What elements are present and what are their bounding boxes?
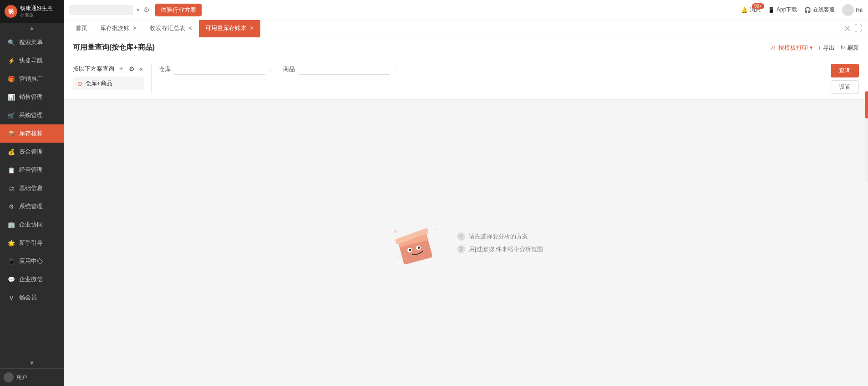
app-download-label: App下载 xyxy=(777,6,797,14)
export-button[interactable]: ↑ 导出 xyxy=(818,44,835,52)
cart-icon: 🛒 xyxy=(7,111,15,119)
user-avatar-small xyxy=(4,372,14,382)
settings-button[interactable]: 设置 xyxy=(831,80,859,94)
print-template-button[interactable]: 🖨 按模板打印 ▾ xyxy=(771,44,813,52)
sidebar-item-label: 采购管理 xyxy=(19,111,43,119)
basic-icon: 🗂 xyxy=(7,184,15,192)
sidebar-item-label: 快捷导航 xyxy=(19,57,43,65)
printer-icon: 🖨 xyxy=(771,44,777,51)
notification-badge: 99+ xyxy=(752,3,764,9)
sidebar-scroll-down[interactable]: ▼ xyxy=(0,358,64,368)
sidebar-scroll-up[interactable]: ▲ xyxy=(0,23,64,33)
empty-hint-2: 2 用[过滤]条件来缩小分析范围 xyxy=(457,245,543,253)
newbie-icon: 🌟 xyxy=(7,239,15,247)
right-scrollbar-thumb[interactable] xyxy=(865,91,868,118)
product-more-button[interactable]: ··· xyxy=(393,66,398,73)
sidebar-item-system[interactable]: ⚙ 系统管理 xyxy=(0,197,64,216)
sidebar-item-label: 营销推广 xyxy=(19,75,43,83)
sidebar-edition: 标准版 xyxy=(20,12,53,18)
svg-point-8 xyxy=(436,228,437,230)
tab-batch-account[interactable]: 库存批次账 ✕ xyxy=(94,20,143,37)
scheme-item-warehouse-product[interactable]: ⊙ 仓库+商品 xyxy=(73,77,144,90)
page-title: 可用量查询(按仓库+商品) xyxy=(73,43,155,52)
tab-batch-account-close[interactable]: ✕ xyxy=(132,25,137,31)
sidebar-item-enterprise[interactable]: 🏢 企业协同 xyxy=(0,216,64,234)
operations-icon: 📋 xyxy=(7,166,15,174)
add-scheme-button[interactable]: ＋ xyxy=(117,64,125,74)
right-scrollbar[interactable] xyxy=(865,91,868,182)
sidebar-item-wechat[interactable]: 💬 企业微信 xyxy=(0,270,64,288)
sidebar-item-label: 企业微信 xyxy=(19,275,43,283)
close-all-tabs-button[interactable]: ✕ xyxy=(844,24,851,34)
tab-receipt-summary[interactable]: 收发存汇总表 ✕ xyxy=(143,20,199,37)
sidebar-item-label: 经营管理 xyxy=(19,166,43,174)
expand-tab-button[interactable]: ⛶ xyxy=(854,24,863,33)
tab-receipt-summary-close[interactable]: ✕ xyxy=(188,25,193,31)
tab-available-ledger-close[interactable]: ✕ xyxy=(249,25,254,31)
apps-icon: 📱 xyxy=(7,257,15,265)
topbar-dropdown-icon[interactable]: ▾ xyxy=(137,6,140,13)
warehouse-more-button[interactable]: ··· xyxy=(269,66,274,73)
headset-icon: 🎧 xyxy=(804,7,811,13)
topbar-search-input[interactable] xyxy=(69,5,133,15)
refresh-button[interactable]: ↻ 刷新 xyxy=(840,44,859,52)
filter-fields: 仓库 ··· 商品 ··· xyxy=(159,64,823,75)
topbar-online-service[interactable]: 🎧 在线客服 xyxy=(804,6,835,14)
finance-icon: 💰 xyxy=(7,148,15,156)
sidebar-item-label: 新手引导 xyxy=(19,239,43,247)
sidebar-logo: 畅 xyxy=(5,5,17,18)
scheme-item-icon: ⊙ xyxy=(77,80,82,87)
sidebar-item-finance[interactable]: 💰 资金管理 xyxy=(0,143,64,161)
tab-available-ledger[interactable]: 可用量库存账本 ✕ xyxy=(199,20,260,37)
sidebar-item-label: 企业协同 xyxy=(19,221,43,229)
wechat-icon: 💬 xyxy=(7,275,15,283)
topbar-notification[interactable]: 🔔 消息 99+ xyxy=(741,6,761,14)
collapse-scheme-button[interactable]: « xyxy=(138,64,144,73)
export-label: 导出 xyxy=(823,44,835,52)
empty-hint-1: 1 请先选择要分析的方案 xyxy=(457,232,543,241)
product-label: 商品 xyxy=(283,65,295,73)
system-icon: ⚙ xyxy=(7,202,15,211)
hint-text-1: 请先选择要分析的方案 xyxy=(469,232,528,241)
topbar-user-area[interactable]: Rit xyxy=(842,4,863,16)
topbar-app-download[interactable]: 📱 App下载 xyxy=(768,6,797,14)
sidebar-item-search[interactable]: 🔍 搜索菜单 xyxy=(0,33,64,51)
filter-scheme-title: 按以下方案查询 xyxy=(73,65,114,73)
sidebar-item-basic[interactable]: 🗂 基础信息 xyxy=(0,179,64,197)
tab-home[interactable]: 首页 xyxy=(69,20,94,37)
sidebar-item-label: 库存核算 xyxy=(19,129,43,138)
product-input[interactable] xyxy=(299,64,390,75)
tabs-actions: ✕ ⛶ xyxy=(844,24,863,34)
svg-point-9 xyxy=(397,256,399,257)
sidebar-header: 畅 畅康通好生意 标准版 xyxy=(0,0,64,23)
warehouse-input[interactable] xyxy=(174,64,265,75)
svg-point-7 xyxy=(394,230,397,233)
tab-receipt-summary-label: 收发存汇总表 xyxy=(150,24,185,32)
sidebar-item-marketing[interactable]: 🎁 营销推广 xyxy=(0,70,64,88)
sidebar-brand-name: 畅康通好生意 xyxy=(20,5,53,12)
sidebar-item-apps[interactable]: 📱 应用中心 xyxy=(0,252,64,270)
filter-field-warehouse: 仓库 ··· xyxy=(159,64,274,75)
query-button[interactable]: 查询 xyxy=(831,64,859,77)
manage-scheme-button[interactable]: ⚙ xyxy=(128,64,136,73)
sidebar-item-operations[interactable]: 📋 经营管理 xyxy=(0,161,64,179)
trial-industry-button[interactable]: 体验行业方案 xyxy=(155,4,202,16)
chart-icon: 📊 xyxy=(7,93,15,101)
tab-home-label: 首页 xyxy=(76,24,87,32)
empty-hints: 1 请先选择要分析的方案 2 用[过滤]条件来缩小分析范围 xyxy=(457,232,543,253)
sidebar-item-newbie[interactable]: 🌟 新手引导 xyxy=(0,234,64,252)
sidebar-item-sales[interactable]: 📊 销售管理 xyxy=(0,88,64,106)
topbar-right: 🔔 消息 99+ 📱 App下载 🎧 在线客服 Rit xyxy=(741,4,863,16)
sidebar-item-label: 应用中心 xyxy=(19,257,43,265)
enterprise-icon: 🏢 xyxy=(7,221,15,229)
sidebar-item-purchase[interactable]: 🛒 采购管理 xyxy=(0,106,64,124)
sidebar-footer[interactable]: 用户 xyxy=(0,368,64,386)
print-template-label: 按模板打印 xyxy=(778,44,808,52)
topbar-gear-icon[interactable]: ⚙ xyxy=(143,5,150,14)
page-content: 可用量查询(按仓库+商品) 🖨 按模板打印 ▾ ↑ 导出 ↻ 刷新 xyxy=(64,37,868,386)
page-actions: 🖨 按模板打印 ▾ ↑ 导出 ↻ 刷新 xyxy=(771,44,859,52)
sidebar-item-vip[interactable]: V 畅会员 xyxy=(0,288,64,307)
export-icon: ↑ xyxy=(818,44,822,51)
sidebar-item-inventory[interactable]: 📦 库存核算 xyxy=(0,124,64,143)
sidebar-item-shortcut[interactable]: ⚡ 快捷导航 xyxy=(0,51,64,70)
